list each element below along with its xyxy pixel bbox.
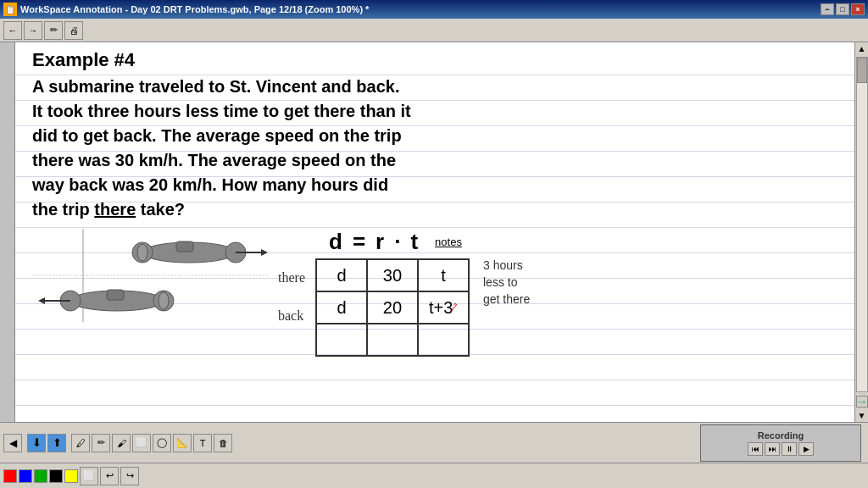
problem-line-2: It took three hours less time to get the… bbox=[32, 99, 837, 124]
notes-column: 3 hours less to get there bbox=[483, 258, 530, 306]
svg-point-6 bbox=[137, 244, 147, 261]
scroll-thumb[interactable] bbox=[856, 57, 868, 392]
cell-there-d: d bbox=[316, 259, 367, 291]
cell-back-d: d bbox=[316, 291, 367, 324]
window-controls[interactable]: − □ × bbox=[821, 3, 865, 15]
rec-btn-3[interactable]: ⏸ bbox=[782, 442, 797, 456]
recording-panel: Recording ⏮ ⏭ ⏸ ▶ bbox=[700, 424, 861, 462]
content-inner: Example #4 A submarine traveled to St. V… bbox=[15, 42, 854, 363]
app-icon: 📋 bbox=[3, 3, 17, 16]
drt-dot-header: · bbox=[394, 229, 400, 255]
color-blue[interactable] bbox=[19, 469, 32, 483]
scroll-up-button[interactable]: ▲ bbox=[856, 42, 868, 55]
note-line-3: get there bbox=[483, 292, 530, 306]
title-bar-text: WorkSpace Annotation - Day 02 DRT Proble… bbox=[20, 4, 821, 14]
tool-btn-5[interactable]: ◯ bbox=[153, 434, 171, 452]
problem-line-4: there was 30 km/h. The average speed on … bbox=[32, 148, 837, 173]
nav-toolbar: ⬇ ⬆ bbox=[27, 434, 66, 452]
close-button[interactable]: × bbox=[851, 3, 865, 15]
cell-back-t: t+3 ̸̂ bbox=[418, 291, 469, 324]
submarine-svg bbox=[32, 229, 270, 322]
rec-btn-4[interactable]: ▶ bbox=[798, 442, 814, 456]
row-label-back: back bbox=[278, 308, 305, 324]
undo-btn[interactable]: ↩ bbox=[100, 467, 119, 485]
rec-btn-2[interactable]: ⏭ bbox=[765, 442, 780, 456]
forward-button[interactable]: → bbox=[24, 21, 42, 40]
problem-line-1: A submarine traveled to St. Vincent and … bbox=[32, 75, 837, 99]
problem-line-5: way back was 20 km/h. How many hours did bbox=[32, 173, 837, 197]
cell-empty-1 bbox=[316, 324, 367, 356]
scroll-right-arrow[interactable]: → bbox=[856, 396, 868, 408]
row-label-there: there bbox=[278, 270, 305, 286]
drawing-toolbar: ⬜ ↩ ↪ bbox=[0, 463, 868, 488]
recording-controls[interactable]: ⏮ ⏭ ⏸ ▶ bbox=[748, 442, 814, 456]
redo-btn[interactable]: ↪ bbox=[120, 467, 139, 485]
left-margin bbox=[0, 42, 15, 422]
submarine-diagram bbox=[32, 229, 270, 322]
there-underlined: there bbox=[94, 200, 136, 219]
tool-btn-2[interactable]: ✏ bbox=[92, 434, 110, 452]
print-button[interactable]: 🖨 bbox=[64, 21, 83, 40]
recording-label: Recording bbox=[758, 430, 804, 441]
bottom-toolbar-buttons: 🖊 ✏ 🖌 ⬜ ◯ 📐 T 🗑 bbox=[71, 434, 232, 452]
note-line-1: 3 hours bbox=[483, 258, 530, 272]
edit-button[interactable]: ✏ bbox=[44, 21, 63, 40]
problem-line-3: did to get back. The average speed on th… bbox=[32, 124, 837, 148]
tool-btn-3[interactable]: 🖌 bbox=[112, 434, 131, 452]
svg-rect-12 bbox=[107, 290, 124, 300]
tool-btn-6[interactable]: 📐 bbox=[173, 434, 192, 452]
nav-prev-button[interactable]: ◀ bbox=[3, 434, 22, 452]
drt-table-container: there back d 30 t d 20 bbox=[278, 258, 530, 357]
main-toolbar: ← → ✏ 🖨 bbox=[0, 19, 868, 42]
nav-down-icon[interactable]: ⬇ bbox=[27, 434, 46, 452]
problem-text: A submarine traveled to St. Vincent and … bbox=[32, 75, 837, 222]
minimize-button[interactable]: − bbox=[821, 3, 834, 15]
table-row bbox=[316, 324, 469, 356]
example-title: Example #4 bbox=[32, 49, 837, 71]
svg-rect-5 bbox=[176, 241, 193, 252]
drt-d-header: d bbox=[329, 229, 342, 255]
drt-data-table: d 30 t d 20 t+3 ̸̂ bbox=[315, 258, 470, 357]
drt-r-header: r bbox=[376, 229, 384, 255]
cell-empty-2 bbox=[367, 324, 418, 356]
row-labels: there back bbox=[278, 258, 309, 335]
cell-back-r: 20 bbox=[367, 291, 418, 324]
color-black[interactable] bbox=[49, 469, 63, 483]
drt-t-header: t bbox=[410, 229, 418, 255]
color-yellow[interactable] bbox=[64, 469, 78, 483]
rec-btn-1[interactable]: ⏮ bbox=[748, 442, 763, 456]
note-line-2: less to bbox=[483, 275, 530, 289]
scroll-thumb-inner[interactable] bbox=[857, 58, 867, 83]
content-area: Example #4 A submarine traveled to St. V… bbox=[15, 42, 854, 422]
diagram-area: d = r · t notes there back bbox=[32, 229, 837, 357]
color-red[interactable] bbox=[3, 469, 17, 483]
bottom-nav-bar: ◀ ⬇ ⬆ 🖊 ✏ 🖌 ⬜ ◯ 📐 T 🗑 Recording ⏮ ⏭ ⏸ ▶ bbox=[0, 422, 868, 463]
drt-equals-header: = bbox=[353, 229, 365, 255]
cell-there-t: t bbox=[418, 259, 469, 291]
back-button[interactable]: ← bbox=[3, 21, 22, 40]
problem-line-6: the trip there take? bbox=[32, 197, 837, 222]
tool-btn-1[interactable]: 🖊 bbox=[71, 434, 90, 452]
notes-label: notes bbox=[435, 236, 462, 248]
cell-there-r: 30 bbox=[367, 259, 418, 291]
scroll-down-button[interactable]: ▼ bbox=[856, 409, 868, 422]
eraser-btn[interactable]: ⬜ bbox=[80, 467, 98, 485]
cell-empty-3 bbox=[418, 324, 469, 356]
nav-up-icon[interactable]: ⬆ bbox=[47, 434, 66, 452]
svg-marker-8 bbox=[261, 249, 268, 256]
svg-marker-15 bbox=[38, 297, 45, 304]
scrollbar[interactable]: ▲ → ▼ bbox=[854, 42, 868, 422]
table-row: d 30 t bbox=[316, 259, 469, 291]
drt-section: d = r · t notes there back bbox=[278, 229, 837, 357]
tool-btn-7[interactable]: T bbox=[193, 434, 212, 452]
title-bar: 📋 WorkSpace Annotation - Day 02 DRT Prob… bbox=[0, 0, 868, 19]
color-green[interactable] bbox=[34, 469, 47, 483]
maximize-button[interactable]: □ bbox=[836, 3, 849, 15]
tool-btn-8[interactable]: 🗑 bbox=[214, 434, 232, 452]
svg-point-13 bbox=[159, 292, 169, 309]
table-row: d 20 t+3 ̸̂ bbox=[316, 291, 469, 324]
main-area: Example #4 A submarine traveled to St. V… bbox=[0, 42, 868, 422]
tool-btn-4[interactable]: ⬜ bbox=[132, 434, 151, 452]
drt-header-row: d = r · t notes bbox=[329, 229, 462, 255]
